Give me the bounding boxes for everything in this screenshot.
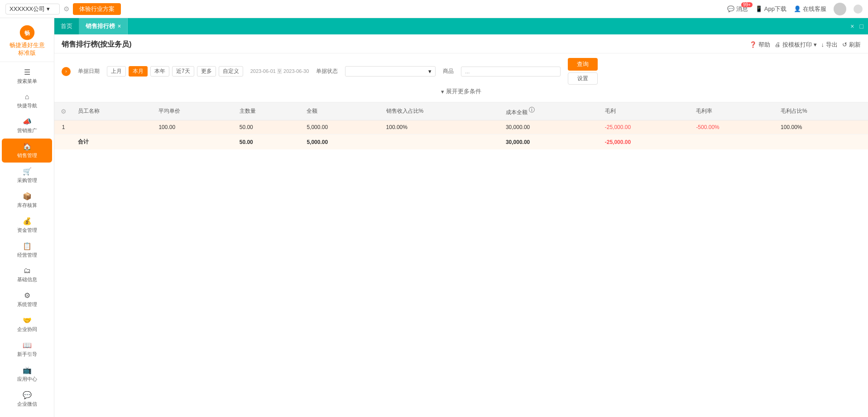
finance-icon: 💰 (23, 217, 32, 225)
print-button[interactable]: 🖨 按模板打印 ▾ (775, 41, 817, 49)
sidebar-item-system[interactable]: ⚙ 系统管理 (2, 288, 52, 312)
avatar[interactable] (834, 3, 846, 15)
avatar-secondary[interactable] (854, 5, 863, 14)
table-col-name: 员工名称 (72, 102, 153, 120)
sidebar-item-purchase[interactable]: 🛒 采购管理 (2, 163, 52, 187)
footer-gross: -25,000.00 (599, 134, 691, 150)
main-layout: 畅 畅捷通好生意 标准版 ☰ 搜索菜单 ⌂ 快捷导航 📣 营销推广 🏠 销售管理… (0, 18, 868, 417)
table-col-gross-rate: 毛利率 (691, 102, 775, 120)
app-icon: 📱 (755, 5, 762, 12)
inventory-icon: 📦 (23, 192, 32, 201)
online-service-button[interactable]: 👤 在线客服 (794, 5, 826, 13)
chevron-down-expand-icon: ▾ (441, 88, 444, 95)
date-btn-current-month[interactable]: 本月 (129, 66, 148, 77)
tab-bar: 首页 销售排行榜 × × □ (54, 18, 868, 34)
goods-placeholder: ... (465, 68, 470, 75)
table-col-gross: 毛利 (599, 102, 691, 120)
sidebar-item-collab[interactable]: 🤝 企业协同 (2, 312, 52, 336)
sidebar-item-operation[interactable]: 📋 经营管理 (2, 238, 52, 262)
search-menu-icon: ☰ (24, 68, 30, 77)
status-select[interactable]: ▾ (345, 66, 436, 77)
footer-avg-price (153, 134, 234, 150)
table-cell-name (72, 120, 153, 134)
sidebar-item-guide[interactable]: 📖 新手引导 (2, 337, 52, 361)
sidebar-item-member[interactable]: V 畅会员 (2, 412, 52, 417)
appstore-icon: 📺 (23, 366, 32, 374)
expand-more-btn[interactable]: ▾ 展开更多条件 (62, 85, 861, 97)
date-label: 单据日期 (78, 67, 100, 75)
filter-row-1: › 单据日期 上月 本月 本年 近7天 更多 自定义 2023-06-01 至 … (62, 58, 861, 85)
window-close-icon[interactable]: × (850, 23, 854, 30)
table-col-cost: 成本全额 ⓘ (500, 102, 599, 120)
home-icon: ⌂ (25, 93, 29, 101)
app-label: App下载 (764, 5, 786, 13)
refresh-button[interactable]: ↺ 刷新 (842, 41, 861, 49)
date-btn-7days[interactable]: 近7天 (172, 66, 194, 77)
trial-button[interactable]: 体验行业方案 (73, 3, 121, 15)
collapse-filter-icon[interactable]: › (62, 67, 71, 76)
date-btn-more[interactable]: 更多 (197, 66, 216, 77)
filter-area: › 单据日期 上月 本月 本年 近7天 更多 自定义 2023-06-01 至 … (54, 53, 868, 102)
export-button[interactable]: ↓ 导出 (821, 41, 838, 49)
svg-text:畅: 畅 (24, 30, 30, 36)
tab-sales-ranking[interactable]: 销售排行榜 × (79, 18, 128, 34)
gear-icon: ⚙ (61, 108, 67, 115)
chevron-down-icon: ▾ (47, 5, 50, 12)
window-maximize-icon[interactable]: □ (860, 23, 863, 30)
table-cell-cost: 30,000.00 (500, 120, 599, 134)
sidebar-item-marketing[interactable]: 📣 营销推广 (2, 114, 52, 138)
sidebar-logo: 畅 畅捷通好生意 标准版 (0, 20, 54, 62)
sidebar: 畅 畅捷通好生意 标准版 ☰ 搜索菜单 ⌂ 快捷导航 📣 营销推广 🏠 销售管理… (0, 18, 54, 417)
date-filter: 上月 本月 本年 近7天 更多 自定义 (107, 66, 243, 77)
table-cell-sales-pct: 100.00% (381, 120, 500, 134)
table-footer-row: 合计 50.00 5,000.00 30,000.00 -25,000.00 (54, 134, 868, 150)
sidebar-item-inventory[interactable]: 📦 库存核算 (2, 188, 52, 212)
logo-text: 畅捷通好生意 标准版 (10, 42, 45, 57)
table-cell-gross-pct: 100.00% (775, 120, 868, 134)
sidebar-item-wechat[interactable]: 💬 企业微信 (2, 387, 52, 411)
app-download-button[interactable]: 📱 App下载 (755, 5, 786, 13)
date-btn-last-month[interactable]: 上月 (107, 66, 126, 77)
message-button[interactable]: 💬 消息 99+ (727, 5, 748, 13)
sidebar-item-sales[interactable]: 🏠 销售管理 (2, 139, 52, 163)
company-selector[interactable]: XXXXXX公司 ▾ (5, 4, 60, 14)
top-bar: XXXXXX公司 ▾ ⚙ 体验行业方案 💬 消息 99+ 📱 App下载 👤 在… (0, 0, 868, 18)
message-icon: 💬 (727, 5, 734, 12)
sidebar-item-search[interactable]: ☰ 搜索菜单 (2, 64, 52, 88)
page-header-actions: ❓ 帮助 🖨 按模板打印 ▾ ↓ 导出 ↺ (749, 41, 861, 49)
settings-icon[interactable]: ⚙ (63, 5, 69, 13)
service-icon: 👤 (794, 5, 801, 12)
company-name: XXXXXX公司 (10, 5, 45, 13)
sidebar-item-basic[interactable]: 🗂 基础信息 (2, 263, 52, 287)
tab-close-icon[interactable]: × (118, 23, 121, 29)
sidebar-item-finance[interactable]: 💰 资金管理 (2, 213, 52, 237)
table-col-avg-price: 平均单价 (153, 102, 234, 120)
query-button[interactable]: 查询 (568, 58, 598, 71)
refresh-icon: ↺ (842, 41, 847, 48)
footer-total-label: 合计 (72, 134, 153, 150)
status-label: 单据状态 (316, 67, 338, 75)
table-cell-qty: 50.00 (234, 120, 302, 134)
guide-icon: 📖 (23, 341, 32, 350)
table-col-gross-pct: 毛利占比% (775, 102, 868, 120)
settings-button[interactable]: 设置 (568, 72, 598, 85)
footer-amount: 5,000.00 (301, 134, 380, 150)
tab-home-label: 首页 (61, 22, 72, 30)
filter-actions: 查询 设置 (568, 58, 598, 85)
tab-home[interactable]: 首页 (54, 18, 79, 34)
date-btn-current-year[interactable]: 本年 (150, 66, 169, 77)
table-cell-rank: 1 (54, 120, 72, 134)
export-icon: ↓ (821, 41, 825, 48)
sidebar-item-appstore[interactable]: 📺 应用中心 (2, 362, 52, 386)
date-btn-custom[interactable]: 自定义 (219, 66, 243, 77)
sidebar-item-shortcut[interactable]: ⌂ 快捷导航 (2, 89, 52, 113)
collab-icon: 🤝 (23, 316, 32, 325)
help-button[interactable]: ❓ 帮助 (749, 41, 770, 49)
page-title: 销售排行榜(按业务员) (62, 40, 132, 49)
data-table: ⚙ 员工名称 平均单价 主数量 全额 销售收入占比% 成本全额 ⓘ 毛利 毛利率… (54, 102, 868, 149)
table-col-settings[interactable]: ⚙ (54, 102, 72, 120)
marketing-icon: 📣 (23, 117, 32, 126)
inner-page: 销售排行榜(按业务员) ❓ 帮助 🖨 按模板打印 ▾ ↓ (54, 34, 868, 417)
footer-gross-rate (691, 134, 775, 150)
goods-input[interactable]: ... (461, 67, 561, 77)
